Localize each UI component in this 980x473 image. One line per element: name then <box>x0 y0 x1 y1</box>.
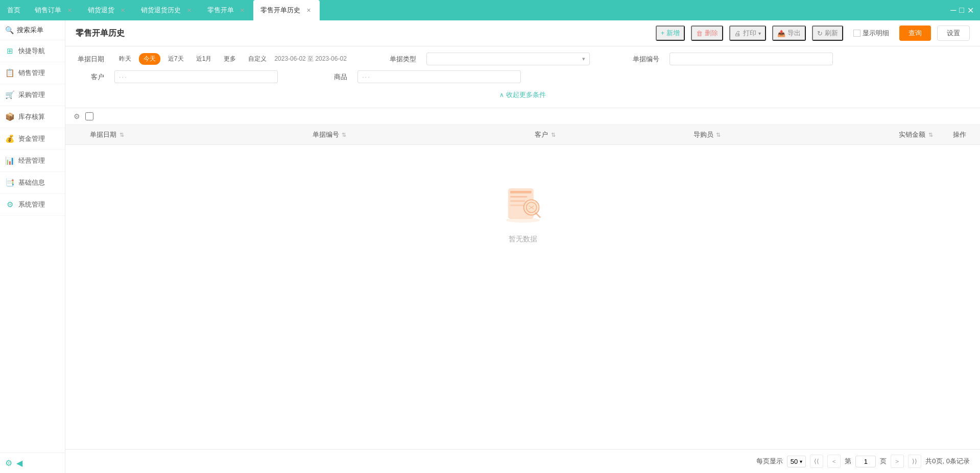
inventory-icon: 📦 <box>5 112 14 121</box>
delete-button[interactable]: 🗑 删除 <box>691 26 723 41</box>
delete-label: 删除 <box>705 29 718 38</box>
refresh-label: 刷新 <box>825 29 838 38</box>
sidebar-item-operations-label: 经营管理 <box>18 156 45 165</box>
sidebar-item-inventory[interactable]: 📦 库存核算 <box>0 106 65 128</box>
quick-nav-icon: ⊞ <box>5 46 14 56</box>
th-ops: 操作 <box>939 125 980 145</box>
page-size-label: 每页显示 <box>756 457 783 466</box>
page-number-input[interactable]: 1 <box>855 456 876 467</box>
sidebar-item-finance-label: 资金管理 <box>18 134 45 143</box>
sidebar-item-finance[interactable]: 💰 资金管理 <box>0 128 65 150</box>
date-btn-1month[interactable]: 近1月 <box>192 53 217 65</box>
finance-icon: 💰 <box>5 134 14 143</box>
base-info-icon: 📑 <box>5 178 14 187</box>
date-btn-today[interactable]: 今天 <box>139 53 160 65</box>
print-button[interactable]: 🖨 打印 ▾ <box>729 26 766 41</box>
th-date-label: 单据日期 <box>90 131 116 138</box>
operations-icon: 📊 <box>5 156 14 165</box>
sidebar-item-operations[interactable]: 📊 经营管理 <box>0 150 65 172</box>
sidebar-item-system-label: 系统管理 <box>18 200 45 209</box>
sidebar-item-base-info-label: 基础信息 <box>18 178 45 187</box>
date-group: 昨天 今天 近7天 近1月 更多 自定义 2023-06-02 至 2023-0… <box>114 53 347 65</box>
collapse-filter-btn[interactable]: ∧ 收起更多条件 <box>493 88 552 102</box>
th-no[interactable]: 单据编号 ⇅ <box>306 125 529 145</box>
content-area: 零售开单历史 + 新增 🗑 删除 🖨 打印 ▾ 📤 导出 ↻ <box>65 20 980 473</box>
filter-row-2: 客户 ··· 商品 ··· <box>76 70 970 83</box>
date-btn-custom[interactable]: 自定义 <box>244 53 271 65</box>
th-no-label: 单据编号 <box>313 131 339 138</box>
tab-sales-return[interactable]: 销货退货 ✕ <box>81 0 134 20</box>
svg-rect-3 <box>510 196 527 197</box>
query-button[interactable]: 查询 <box>899 26 931 41</box>
minimize-icon[interactable]: ─ <box>950 6 956 15</box>
date-btn-more[interactable]: 更多 <box>219 53 241 65</box>
last-page-button[interactable]: ⟩⟩ <box>908 455 921 468</box>
tab-sales-return-history-label: 销货退货历史 <box>141 6 181 15</box>
th-amount-label: 实销金额 <box>899 131 925 138</box>
sidebar-item-quick-nav-label: 快捷导航 <box>18 46 45 56</box>
bill-type-select[interactable]: ▾ <box>426 53 590 65</box>
bill-no-label: 单据编号 <box>631 55 659 64</box>
print-icon: 🖨 <box>734 30 741 37</box>
th-amount[interactable]: 实销金额 ⇅ <box>878 125 939 145</box>
tab-sales-order-close[interactable]: ✕ <box>65 6 74 14</box>
sidebar-item-sales-mgmt[interactable]: 📋 销售管理 <box>0 62 65 84</box>
display-cols-checkbox[interactable] <box>853 30 861 37</box>
sidebar-item-purchase-mgmt[interactable]: 🛒 采购管理 <box>0 84 65 106</box>
empty-state: 暂无数据 <box>65 145 980 275</box>
th-customer[interactable]: 客户 ⇅ <box>529 125 687 145</box>
svg-rect-2 <box>510 191 532 193</box>
sidebar-search[interactable]: 🔍 搜索采单 <box>0 20 65 40</box>
th-salesperson-label: 导购员 <box>694 131 713 138</box>
page-size-select[interactable]: 50 ▾ <box>787 456 806 467</box>
tab-sales-return-history[interactable]: 销货退货历史 ✕ <box>134 0 200 20</box>
tab-sales-return-close[interactable]: ✕ <box>118 6 127 14</box>
bill-no-input[interactable] <box>670 53 833 65</box>
export-button[interactable]: 📤 导出 <box>772 26 806 41</box>
prev-page-button[interactable]: ＜ <box>827 455 841 468</box>
first-page-button[interactable]: ⟨⟨ <box>810 455 823 468</box>
th-checkbox <box>65 125 84 145</box>
setting-button[interactable]: 设置 <box>937 26 970 41</box>
th-date[interactable]: 单据日期 ⇅ <box>84 125 306 145</box>
maximize-icon[interactable]: □ <box>959 6 964 15</box>
sidebar-item-quick-nav[interactable]: ⊞ 快捷导航 <box>0 40 65 62</box>
page-title: 零售开单历史 <box>76 28 125 39</box>
tab-home-label: 首页 <box>7 6 20 15</box>
tab-sales-order-label: 销售订单 <box>35 6 61 15</box>
filter-row-collapse: ∧ 收起更多条件 <box>76 88 970 102</box>
date-btn-7days[interactable]: 近7天 <box>163 53 188 65</box>
customer-input[interactable]: ··· <box>114 70 278 83</box>
display-cols-toggle[interactable]: 显示明细 <box>849 27 893 40</box>
tab-sales-return-history-close[interactable]: ✕ <box>185 6 193 14</box>
table-area: ⚙ 单据日期 ⇅ 单据编号 ⇅ <box>65 108 980 449</box>
collapse-sidebar-icon[interactable]: ◀ <box>16 458 22 468</box>
refresh-button[interactable]: ↻ 刷新 <box>812 26 843 41</box>
window-close-icon[interactable]: ✕ <box>967 6 974 15</box>
export-icon: 📤 <box>777 30 785 37</box>
empty-illustration <box>497 176 548 227</box>
tab-retail-open-history[interactable]: 零售开单历史 ✕ <box>253 0 320 20</box>
search-icon: 🔍 <box>5 26 14 34</box>
table-toolbar: ⚙ <box>65 108 980 125</box>
goods-label: 商品 <box>319 72 347 82</box>
tab-retail-open[interactable]: 零售开单 ✕ <box>200 0 253 20</box>
add-button[interactable]: + 新增 <box>656 26 685 41</box>
goods-input[interactable]: ··· <box>357 70 521 83</box>
th-customer-label: 客户 <box>535 131 548 138</box>
th-amount-sort-icon: ⇅ <box>928 132 933 138</box>
select-all-checkbox[interactable] <box>85 112 93 120</box>
sidebar-item-system[interactable]: ⚙ 系统管理 <box>0 194 65 216</box>
tab-sales-order[interactable]: 销售订单 ✕ <box>28 0 81 20</box>
settings-bottom-icon[interactable]: ⚙ <box>5 458 12 468</box>
tab-retail-open-history-close[interactable]: ✕ <box>304 6 313 14</box>
table-settings-icon[interactable]: ⚙ <box>74 112 80 120</box>
date-btn-yesterday[interactable]: 昨天 <box>114 53 136 65</box>
svg-rect-4 <box>510 200 525 202</box>
sidebar-item-base-info[interactable]: 📑 基础信息 <box>0 172 65 194</box>
th-salesperson[interactable]: 导购员 ⇅ <box>687 125 878 145</box>
sales-mgmt-icon: 📋 <box>5 68 14 78</box>
tab-home[interactable]: 首页 <box>0 0 28 20</box>
next-page-button[interactable]: ＞ <box>891 455 904 468</box>
tab-retail-open-close[interactable]: ✕ <box>238 6 246 14</box>
